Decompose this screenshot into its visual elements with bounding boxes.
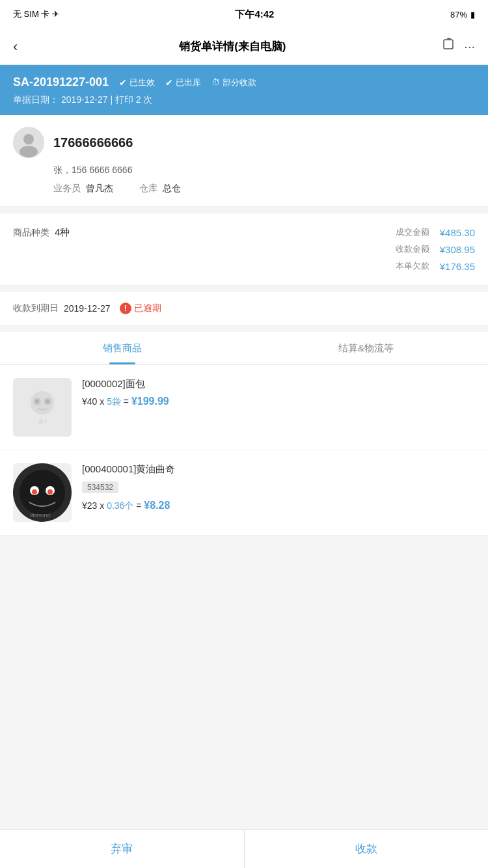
collected-row: 收款金额 ¥308.95 [390,243,475,255]
owed-row: 本单欠款 ¥176.35 [390,260,475,272]
svg-point-15 [32,489,37,495]
tabs-row: 销售商品 结算&物流等 [0,332,488,364]
products-section: 龙+ [0000002]面包 ¥40 x 5袋 = ¥199.99 [0,365,488,536]
overdue-badge: ! 已逾期 [120,303,161,314]
avatar [13,127,44,158]
product-qty-bread: 5袋 [107,396,121,407]
product-badge-cookies: 534532 [82,481,118,493]
overdue-icon: ! [120,303,131,314]
collected-value: ¥308.95 [440,244,475,255]
clock-icon: ⏱ [211,77,220,87]
status-time: 下午4:42 [235,8,274,21]
due-date-value: 2019-12-27 [64,303,111,314]
share-icon[interactable] [442,38,456,55]
status-bar: 无 SIM 卡 ✈ 下午4:42 87% ▮ [0,0,488,29]
order-header: SA-20191227-001 ✔ 已生效 ✔ 已出库 ⏱ 部分收款 单据日期：… [0,65,488,115]
salesperson-label: 业务员 [53,183,81,195]
product-name-bread: [0000002]面包 [82,378,475,390]
svg-text:diamond: diamond [30,512,50,518]
status-left: 无 SIM 卡 ✈ [13,8,59,20]
product-price-cookies: ¥23 x 0.36个 = ¥8.28 [82,500,475,512]
warehouse-value: 总仓 [163,183,181,195]
due-label: 收款到期日 [13,303,59,314]
product-name-cookies: [000400001]黄油曲奇 [82,463,475,476]
collect-button[interactable]: 收款 [245,830,489,868]
product-image-cookies: diamond [13,463,72,522]
salesperson-value: 曾凡杰 [86,183,113,195]
product-item-2: diamond [000400001]黄油曲奇 534532 ¥23 x 0.3… [0,450,488,536]
battery-icon: ▮ [470,10,475,20]
stats-left: 商品种类 4种 [13,226,70,239]
salesperson-item: 业务员 曾凡杰 [53,183,113,195]
svg-point-9 [46,400,49,403]
tab-settlement[interactable]: 结算&物流等 [244,332,488,364]
product-total-cookies: ¥8.28 [144,500,170,511]
nav-actions: ··· [442,38,475,55]
customer-meta: 业务员 曾凡杰 仓库 总仓 [13,183,475,195]
more-icon[interactable]: ··· [464,39,475,54]
product-info-bread: [0000002]面包 ¥40 x 5袋 = ¥199.99 [82,378,475,437]
check-icon-2: ✔ [165,77,173,88]
deal-amount-row: 成交金额 ¥485.30 [390,226,475,238]
product-image-bread: 龙+ [13,378,72,437]
page-title: 销货单详情(来自电脑) [23,39,442,54]
collected-label: 收款金额 [390,243,429,255]
product-types: 商品种类 4种 [13,226,70,239]
reject-button[interactable]: 弃审 [0,830,245,868]
back-button[interactable]: ‹ [8,33,23,61]
order-id: SA-20191227-001 [13,75,109,89]
product-qty-cookies: 0.36个 [107,500,133,511]
bottom-bar: 弃审 收款 [0,829,488,868]
nav-bar: ‹ 销货单详情(来自电脑) ··· [0,29,488,65]
stats-right: 成交金额 ¥485.30 收款金额 ¥308.95 本单欠款 ¥176.35 [390,226,475,272]
customer-section: 17666666666 张，156 6666 6666 业务员 曾凡杰 仓库 总… [0,115,488,207]
status-right: 87% ▮ [450,10,475,20]
order-date: 单据日期： 2019-12-27 | 打印 2 次 [13,94,475,106]
product-item: 龙+ [0000002]面包 ¥40 x 5袋 = ¥199.99 [0,365,488,450]
overdue-text: 已逾期 [134,303,161,314]
deal-amount-value: ¥485.30 [440,227,475,238]
svg-text:龙+: 龙+ [38,418,47,425]
due-section: 收款到期日 2019-12-27 ! 已逾期 [0,292,488,325]
product-price-bread: ¥40 x 5袋 = ¥199.99 [82,396,475,408]
product-total-bread: ¥199.99 [131,396,169,407]
svg-point-8 [35,400,39,403]
check-icon-1: ✔ [119,77,127,88]
warehouse-label: 仓库 [139,183,157,195]
svg-rect-0 [444,40,453,49]
status-shipped: ✔ 已出库 [165,77,201,88]
stats-section: 商品种类 4种 成交金额 ¥485.30 收款金额 ¥308.95 本单欠款 ¥… [0,213,488,286]
owed-value: ¥176.35 [440,261,475,272]
customer-phone: 17666666666 [53,135,133,150]
status-partial: ⏱ 部分收款 [211,77,256,88]
product-info-cookies: [000400001]黄油曲奇 534532 ¥23 x 0.36个 = ¥8.… [82,463,475,522]
tab-sales-products[interactable]: 销售商品 [0,332,244,364]
warehouse-item: 仓库 总仓 [139,183,181,195]
svg-point-4 [20,146,38,157]
tabs-section: 销售商品 结算&物流等 [0,332,488,365]
svg-point-12 [20,470,65,515]
owed-label: 本单欠款 [390,260,429,272]
svg-point-16 [47,489,53,495]
customer-contact: 张，156 6666 6666 [13,165,475,176]
status-effective: ✔ 已生效 [119,77,155,88]
svg-point-3 [23,134,34,144]
deal-amount-label: 成交金额 [390,226,429,238]
battery-level: 87% [450,10,467,20]
